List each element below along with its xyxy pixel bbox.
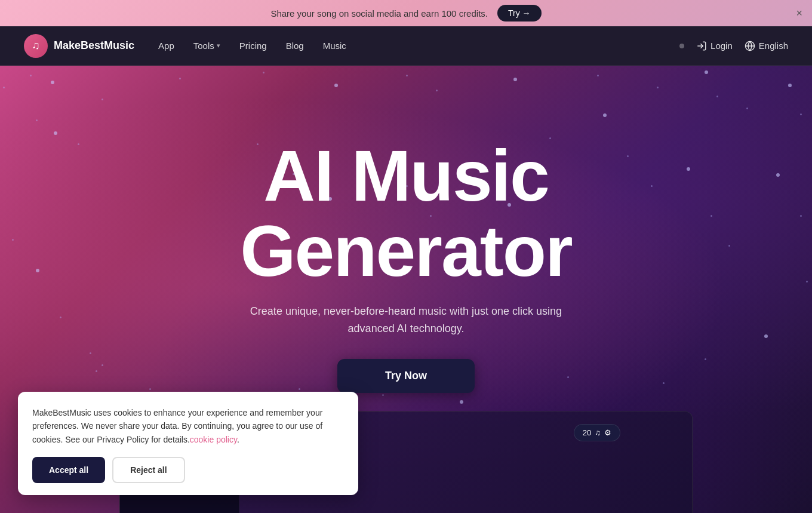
decorative-dot [597, 75, 599, 76]
cookie-banner: MakeBestMusic uses cookies to enhance yo… [18, 392, 358, 495]
decorative-dot [30, 75, 32, 76]
decorative-dot [460, 400, 463, 404]
decorative-dot [96, 370, 97, 372]
badge-count: 20 [583, 428, 591, 437]
decorative-dot [179, 78, 181, 79]
decorative-dot [382, 394, 384, 396]
decorative-dot [12, 239, 14, 241]
announcement-text: Share your song on social media and earn… [270, 8, 488, 19]
decorative-dot [728, 245, 730, 247]
announcement-cta-button[interactable]: Try → [497, 5, 542, 21]
navbar-left: ♫ MakeBestMusic App Tools ▾ Pricing Blog… [24, 34, 346, 58]
decorative-dot [567, 376, 569, 378]
decorative-dot [299, 388, 300, 390]
brand-name: MakeBestMusic [54, 39, 134, 52]
nav-link-tools[interactable]: Tools ▾ [193, 41, 220, 51]
decorative-dot [705, 358, 706, 360]
announcement-close-button[interactable]: × [796, 8, 802, 19]
decorative-dot [705, 70, 708, 74]
decorative-dot [102, 364, 103, 366]
hero-subtitle: Create unique, never-before-heard music … [227, 303, 585, 337]
accept-all-button[interactable]: Accept all [32, 457, 105, 483]
decorative-dot [513, 78, 517, 81]
login-button[interactable]: Login [696, 41, 733, 51]
decorative-dot [788, 84, 792, 87]
status-dot [679, 44, 684, 48]
nav-link-pricing[interactable]: Pricing [239, 41, 267, 51]
decorative-dot [663, 382, 665, 384]
decorative-dot [263, 72, 264, 73]
app-badge: 20 ♫ ⚙ [574, 424, 620, 441]
try-now-button[interactable]: Try Now [337, 359, 475, 393]
badge-music-icon: ♫ [595, 428, 601, 437]
decorative-dot [800, 113, 802, 115]
reject-all-button[interactable]: Reject all [112, 457, 184, 483]
decorative-dot [3, 87, 5, 88]
decorative-dot [78, 143, 79, 145]
decorative-dot [800, 215, 802, 217]
login-icon [696, 41, 707, 51]
decorative-dot [60, 317, 61, 318]
announcement-bar: Share your song on social media and earn… [0, 0, 812, 26]
nav-link-music[interactable]: Music [323, 41, 346, 51]
decorative-dot [716, 96, 718, 97]
decorative-dot [603, 113, 607, 117]
decorative-dot [687, 167, 690, 171]
decorative-dot [776, 173, 780, 177]
decorative-dot [149, 388, 151, 390]
cookie-policy-link[interactable]: cookie policy [190, 435, 237, 444]
chevron-down-icon: ▾ [217, 42, 220, 50]
navbar: ♫ MakeBestMusic App Tools ▾ Pricing Blog… [0, 26, 812, 66]
decorative-dot [54, 131, 57, 135]
decorative-dot [90, 352, 91, 354]
decorative-dot [406, 75, 408, 76]
decorative-dot [36, 119, 38, 121]
language-button[interactable]: English [745, 41, 788, 51]
cookie-buttons: Accept all Reject all [32, 457, 344, 483]
decorative-dot [334, 84, 338, 87]
brand-logo-link[interactable]: ♫ MakeBestMusic [24, 34, 134, 58]
decorative-dot [657, 87, 659, 88]
nav-link-app[interactable]: App [158, 41, 174, 51]
decorative-dot [102, 99, 103, 100]
globe-icon [745, 41, 755, 51]
badge-settings-icon: ⚙ [604, 428, 611, 437]
decorative-dot [710, 215, 712, 217]
decorative-dot [36, 269, 39, 272]
hero-title: AI Music Generator [240, 138, 572, 288]
decorative-dot [806, 281, 808, 282]
brand-logo: ♫ [24, 34, 48, 58]
decorative-dot [51, 81, 54, 84]
decorative-dot [436, 90, 438, 91]
cookie-text: MakeBestMusic uses cookies to enhance yo… [32, 406, 344, 446]
nav-links: App Tools ▾ Pricing Blog Music [158, 41, 346, 51]
navbar-right: Login English [679, 41, 788, 51]
decorative-dot [627, 155, 629, 157]
decorative-dot [651, 185, 653, 187]
decorative-dot [746, 107, 748, 109]
decorative-dot [764, 334, 768, 338]
brand-logo-icon: ♫ [32, 39, 40, 52]
nav-link-blog[interactable]: Blog [286, 41, 304, 51]
